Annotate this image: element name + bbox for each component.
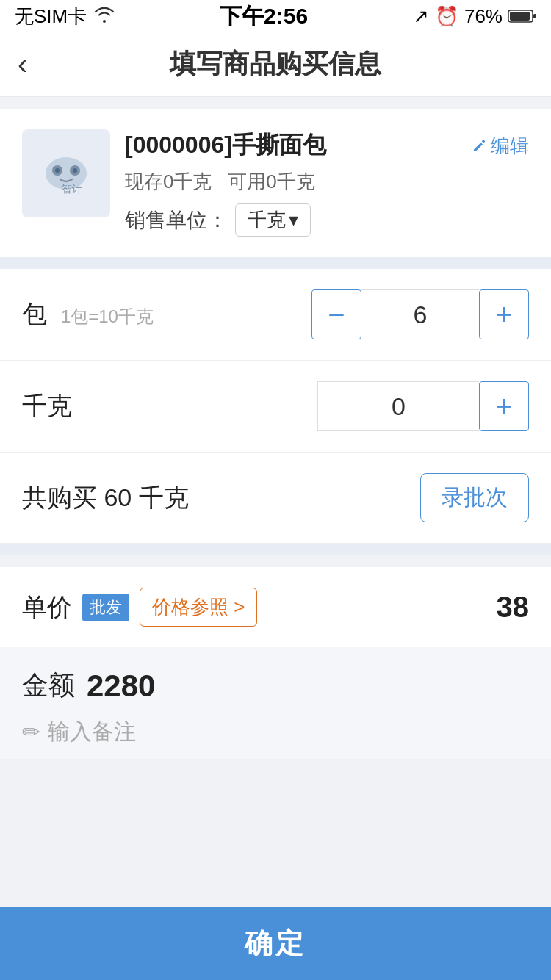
total-row: 共购买 60 千克 录批次 [0,453,551,544]
status-left: 无SIM卡 [15,4,115,29]
divider-1 [0,257,551,269]
product-name: [0000006]手撕面包 [125,129,326,162]
product-stock: 现存0千克 可用0千克 [125,169,529,195]
qianke-input[interactable] [317,381,479,431]
qianke-stepper: + [317,381,529,431]
bao-label: 包 [22,300,47,328]
price-ref-button[interactable]: 价格参照 > [140,588,257,627]
status-time: 下午2:56 [220,1,308,32]
amount-value: 2280 [87,669,155,704]
product-unit-row: 销售单位： 千克 ▾ [125,203,529,237]
back-button[interactable]: ‹ [18,48,27,81]
qianke-increment-button[interactable]: + [479,381,529,431]
carrier-label: 无SIM卡 [15,4,87,29]
edit-button[interactable]: 编辑 [472,133,529,159]
bao-increment-button[interactable]: + [479,289,529,339]
price-row: 单价 批发 价格参照 > 38 [22,588,529,627]
price-value: 38 [497,591,530,624]
product-thumbnail: 智计 [22,129,110,217]
total-label: 共购买 60 千克 [22,481,189,515]
amount-label: 金额 [22,668,75,704]
status-right: ↗ ⏰ 76% [413,5,536,28]
product-info: [0000006]手撕面包 编辑 现存0千克 可用0千克 销售单位： 千克 ▾ [125,129,529,237]
unit-select[interactable]: 千克 ▾ [235,203,311,237]
battery-percent: 76% [464,5,503,28]
dropdown-icon: ▾ [289,209,298,231]
battery-icon [508,5,536,28]
note-placeholder: 输入备注 [48,717,136,747]
svg-point-7 [73,168,77,173]
price-label: 单价 [22,591,72,624]
svg-rect-2 [533,14,536,18]
status-bar: 无SIM卡 下午2:56 ↗ ⏰ 76% [0,0,551,32]
alarm-icon: ⏰ [435,5,458,28]
svg-point-6 [55,168,60,173]
qianke-label: 千克 [22,389,72,423]
wifi-icon [94,5,115,28]
confirm-button[interactable]: 确定 [0,907,551,980]
batch-button[interactable]: 录批次 [420,473,529,522]
bao-input[interactable] [361,289,479,339]
svg-rect-1 [510,12,530,21]
page-title: 填写商品购买信息 [170,46,381,82]
qianke-input-row: 千克 + [0,361,551,453]
product-card: 智计 [0000006]手撕面包 编辑 现存0千克 可用0千克 销售单位： 千克… [0,109,551,257]
nav-bar: ‹ 填写商品购买信息 [0,32,551,97]
note-icon: ✏ [22,719,40,745]
location-icon: ↗ [413,5,429,28]
svg-text:智计: 智计 [62,183,82,195]
bao-input-row: 包 1包=10千克 − + [0,269,551,361]
bao-label-group: 包 1包=10千克 [22,298,154,331]
bao-decrement-button[interactable]: − [311,289,361,339]
amount-section: 金额 2280 ✏ 输入备注 [0,647,551,759]
pifa-badge: 批发 [82,594,129,621]
bao-stepper: − + [311,289,529,339]
bao-hint: 1包=10千克 [61,306,154,326]
divider-2 [0,544,551,555]
note-row[interactable]: ✏ 输入备注 [22,717,529,747]
price-label-group: 单价 批发 价格参照 > [22,588,257,627]
price-section: 单价 批发 价格参照 > 38 [0,567,551,647]
amount-row: 金额 2280 [22,668,529,704]
